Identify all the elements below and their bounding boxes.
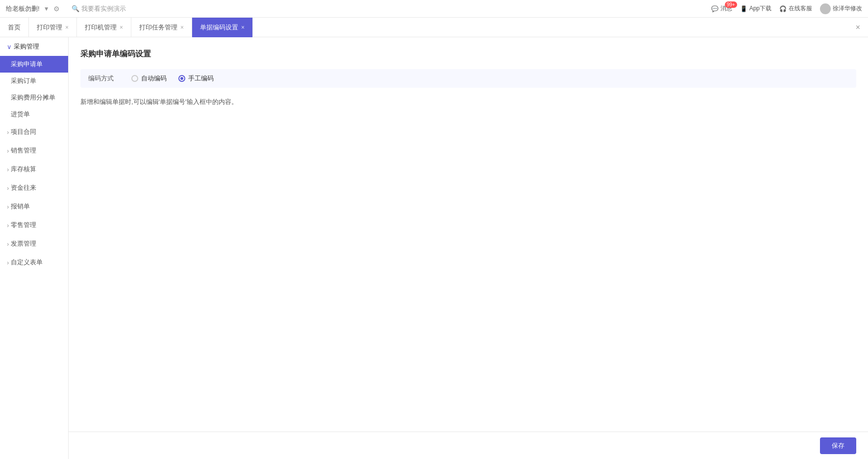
radio-manual-label: 手工编码 [188,74,214,83]
expand-arrow-icon: › [7,147,9,154]
sidebar-group-capital[interactable]: › 资金往来 [0,178,68,197]
brand-label: 给老板勿删! [6,4,40,13]
message-icon: 💬 [711,5,719,12]
tab-printer-management[interactable]: 打印机管理 × [77,18,131,37]
sidebar: ∨ 采购管理 采购申请单 采购订单 采购费用分摊单 进货单 › 项目合同 › 销… [0,37,69,459]
avatar [820,3,831,14]
sidebar-group-label: 报销单 [11,202,30,211]
expand-arrow-icon: › [7,166,9,173]
online-service-button[interactable]: 🎧 在线客服 [779,4,812,13]
encoding-method-row: 编码方式 自动编码 手工编码 [80,69,856,88]
top-bar-left: 给老板勿删! ▼ ⚙ 🔍 我要看实例演示 [6,4,126,13]
sidebar-item-purchase-order[interactable]: 采购订单 [0,73,68,89]
sidebar-group-retail[interactable]: › 零售管理 [0,216,68,234]
app-icon: 📱 [740,5,747,12]
tab-print-management-label: 打印管理 [37,23,62,32]
radio-manual-encoding[interactable]: 手工编码 [178,74,214,83]
expand-arrow-icon: › [7,184,9,192]
app-download-label: App下载 [749,4,771,13]
main-content: 采购申请单编码设置 编码方式 自动编码 手工编码 新增和编辑单据时,可以编辑'单… [69,37,868,459]
sidebar-item-purchase-cost[interactable]: 采购费用分摊单 [0,89,68,106]
tab-print-management[interactable]: 打印管理 × [29,18,77,37]
sidebar-section-purchasing: ∨ 采购管理 采购申请单 采购订单 采购费用分摊单 进货单 [0,37,68,123]
tab-printer-management-label: 打印机管理 [85,23,117,32]
footer: 保存 [69,432,868,459]
content-body: 采购申请单编码设置 编码方式 自动编码 手工编码 新增和编辑单据时,可以编辑'单… [69,37,868,432]
sidebar-group-purchasing[interactable]: ∨ 采购管理 [0,37,68,56]
tab-print-task-management[interactable]: 打印任务管理 × [131,18,192,37]
search-icon: 🔍 [72,5,79,12]
collapse-arrow-icon: ∨ [7,43,12,51]
tab-close-icon[interactable]: × [65,24,69,31]
expand-arrow-icon: › [7,222,9,229]
sidebar-group-expense[interactable]: › 报销单 [0,197,68,216]
page-title: 采购申请单编码设置 [80,49,856,59]
close-all-tabs-button[interactable]: × [848,23,868,32]
sidebar-item-label: 采购订单 [11,77,36,84]
sidebar-item-label: 采购申请单 [11,60,43,68]
expand-arrow-icon: › [7,240,9,248]
top-bar: 给老板勿删! ▼ ⚙ 🔍 我要看实例演示 💬 消息 99+ 📱 App下载 🎧 … [0,0,868,18]
sidebar-group-inventory[interactable]: › 库存核算 [0,160,68,178]
sidebar-item-purchase-request[interactable]: 采购申请单 [0,56,68,73]
user-menu[interactable]: 徐泽华修改 [820,3,862,14]
top-bar-right: 💬 消息 99+ 📱 App下载 🎧 在线客服 徐泽华修改 [711,3,862,14]
tab-home-label: 首页 [8,23,21,32]
save-button[interactable]: 保存 [820,437,856,454]
search-text[interactable]: 我要看实例演示 [81,4,126,13]
expand-arrow-icon: › [7,128,9,136]
sidebar-group-label: 项目合同 [11,128,36,136]
dropdown-arrow-icon[interactable]: ▼ [44,5,50,12]
sidebar-group-label: 库存核算 [11,165,36,174]
user-name: 徐泽华修改 [833,4,862,13]
tab-home[interactable]: 首页 [0,18,29,37]
sidebar-group-label: 零售管理 [11,221,36,230]
radio-auto-encoding[interactable]: 自动编码 [131,74,167,83]
tab-close-icon[interactable]: × [180,24,184,31]
radio-manual-circle[interactable] [178,75,185,82]
sidebar-item-label: 进货单 [11,110,30,118]
sidebar-group-invoice[interactable]: › 发票管理 [0,234,68,253]
tab-print-task-management-label: 打印任务管理 [139,23,177,32]
sidebar-item-label: 采购费用分摊单 [11,94,55,101]
app-download-button[interactable]: 📱 App下载 [740,4,771,13]
expand-arrow-icon: › [7,203,9,210]
tab-bar: 首页 打印管理 × 打印机管理 × 打印任务管理 × 单据编码设置 × × [0,18,868,37]
sidebar-group-custom-form[interactable]: › 自定义表单 [0,253,68,272]
sidebar-item-stock-in[interactable]: 进货单 [0,106,68,123]
expand-arrow-icon: › [7,259,9,266]
sidebar-group-sales-management[interactable]: › 销售管理 [0,141,68,160]
tab-document-encoding[interactable]: 单据编码设置 × [192,18,253,37]
sidebar-group-label: 采购管理 [14,42,39,51]
sidebar-group-label: 发票管理 [11,239,36,248]
radio-auto-label: 自动编码 [141,74,167,83]
radio-auto-circle[interactable] [131,75,138,82]
service-icon: 🎧 [779,5,787,12]
gear-icon[interactable]: ⚙ [53,5,60,13]
service-label: 在线客服 [789,4,812,13]
sidebar-group-project-contract[interactable]: › 项目合同 [0,123,68,141]
message-button[interactable]: 💬 消息 99+ [711,4,732,13]
message-badge: 99+ [725,1,737,8]
sidebar-group-label: 销售管理 [11,146,36,155]
main-layout: ∨ 采购管理 采购申请单 采购订单 采购费用分摊单 进货单 › 项目合同 › 销… [0,37,868,459]
description-text: 新增和编辑单据时,可以编辑'单据编号'输入框中的内容。 [80,98,856,106]
tab-close-icon[interactable]: × [120,24,123,31]
tab-document-encoding-label: 单据编码设置 [200,23,238,32]
sidebar-group-label: 自定义表单 [11,258,43,267]
tab-close-active-icon[interactable]: × [241,24,245,31]
encoding-method-label: 编码方式 [88,74,114,83]
sidebar-group-label: 资金往来 [11,183,36,192]
